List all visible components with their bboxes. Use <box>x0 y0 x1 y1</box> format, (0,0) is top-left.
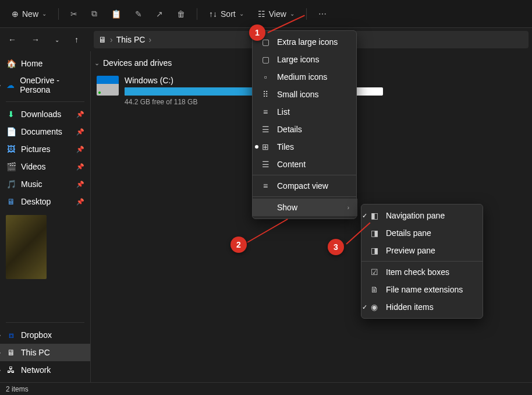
desktop-icon: 🖥 <box>6 196 16 207</box>
sidebar-item-onedrive[interactable]: › ☁ OneDrive - Persona <box>0 72 90 98</box>
show-item-check-boxes[interactable]: ☑Item check boxes <box>361 263 483 281</box>
show-details-pane[interactable]: ◨Details pane <box>361 224 483 242</box>
chevron-right-icon[interactable]: › <box>0 350 6 356</box>
sidebar-item-desktop[interactable]: 🖥 Desktop 📌 <box>0 193 90 210</box>
breadcrumb-location[interactable]: This PC <box>116 35 146 44</box>
monitor-icon: 🖥 <box>98 35 107 44</box>
sidebar-item-label: Documents <box>21 127 62 136</box>
sidebar-divider <box>6 101 84 102</box>
plus-circle-icon: ⊕ <box>12 9 19 19</box>
share-icon: ↗ <box>156 9 163 19</box>
menu-item-label: Large icons <box>277 55 319 64</box>
more-button[interactable]: ⋯ <box>313 6 332 22</box>
forward-button[interactable]: → <box>27 33 44 47</box>
menu-item-label: Item check boxes <box>386 267 449 277</box>
chevron-down-icon: ⌄ <box>239 10 244 17</box>
history-dropdown[interactable]: ⌄ <box>50 34 64 45</box>
cut-button[interactable]: ✂ <box>65 6 83 22</box>
chevron-right-icon[interactable]: › <box>0 367 6 373</box>
view-menu-compact-view[interactable]: ≡Compact view <box>253 177 357 195</box>
sidebar-item-label: OneDrive - Persona <box>20 76 84 94</box>
menu-item-label: Small icons <box>277 90 319 99</box>
view-menu-medium-icons[interactable]: ▫Medium icons <box>253 68 357 86</box>
menu-item-label: Content <box>277 160 306 169</box>
show-hidden-items[interactable]: ✓◉Hidden items <box>361 298 483 316</box>
toolbar: ⊕ New ⌄ ✂ ⧉ 📋 ✎ ↗ 🗑 ↑↓ Sort ⌄ ☷ View ⌄ ⋯ <box>0 0 532 28</box>
rename-icon: ✎ <box>135 9 142 19</box>
sidebar-item-documents[interactable]: 📄 Documents 📌 <box>0 123 90 140</box>
onedrive-icon: ☁ <box>6 80 15 90</box>
documents-icon: 📄 <box>6 126 16 137</box>
show-navigation-pane[interactable]: ✓◧Navigation pane <box>361 207 483 224</box>
downloads-icon: ⬇ <box>6 109 16 119</box>
view-menu-content[interactable]: ☰Content <box>253 156 357 173</box>
sidebar-item-downloads[interactable]: ⬇ Downloads 📌 <box>0 105 90 123</box>
paste-button[interactable]: 📋 <box>105 6 127 22</box>
rename-button[interactable]: ✎ <box>129 6 148 22</box>
sidebar-item-videos[interactable]: 🎬 Videos 📌 <box>0 158 90 175</box>
tiles-icon: ⊞ <box>261 142 270 151</box>
delete-button[interactable]: 🗑 <box>171 6 191 22</box>
toolbar-divider <box>306 8 307 20</box>
breadcrumb-separator: › <box>148 35 151 44</box>
medium-icons-icon: ▫ <box>261 72 270 82</box>
toolbar-divider <box>197 8 197 20</box>
sidebar: 🏠 Home › ☁ OneDrive - Persona ⬇ Download… <box>0 51 91 382</box>
menu-item-label: Show <box>277 203 297 212</box>
view-menu-extra-large-icons[interactable]: ▢Extra large icons <box>253 33 357 51</box>
chevron-right-icon[interactable]: › <box>0 332 6 338</box>
monitor-icon: 🖥 <box>6 347 16 358</box>
callout-2: 2 <box>230 237 247 253</box>
view-menu-details[interactable]: ☰Details <box>253 121 357 138</box>
view-menu-list[interactable]: ≡List <box>253 103 357 121</box>
menu-item-label: Details pane <box>386 228 431 238</box>
sidebar-item-home[interactable]: 🏠 Home <box>0 55 90 72</box>
sidebar-item-label: Dropbox <box>21 330 52 340</box>
view-icon: ☷ <box>258 9 265 19</box>
sidebar-item-label: Network <box>21 365 51 375</box>
sidebar-item-dropbox[interactable]: › ⧈ Dropbox <box>0 326 90 344</box>
sidebar-thumbnail[interactable] <box>6 215 47 279</box>
sidebar-item-label: Videos <box>21 162 46 171</box>
show-file-name-extensions[interactable]: 🗎File name extensions <box>361 281 483 298</box>
view-menu-show[interactable]: Show› <box>253 199 357 216</box>
back-button[interactable]: ← <box>3 33 21 47</box>
breadcrumb-separator: › <box>110 35 113 44</box>
sidebar-item-label: Desktop <box>21 197 51 206</box>
pin-icon: 📌 <box>76 128 84 136</box>
pin-icon: 📌 <box>76 111 84 118</box>
sidebar-item-music[interactable]: 🎵 Music 📌 <box>0 175 90 193</box>
sidebar-item-pictures[interactable]: 🖼 Pictures 📌 <box>0 140 90 158</box>
new-button[interactable]: ⊕ New ⌄ <box>6 6 52 22</box>
view-label: View <box>269 9 286 19</box>
view-menu: ▢Extra large icons ▢Large icons ▫Medium … <box>252 30 357 219</box>
network-icon: 🖧 <box>6 365 16 375</box>
menu-divider <box>361 261 483 262</box>
sidebar-item-thispc[interactable]: › 🖥 This PC <box>0 344 90 361</box>
sidebar-item-network[interactable]: › 🖧 Network <box>0 361 90 379</box>
navigation-pane-icon: ◧ <box>370 211 379 220</box>
sort-icon: ↑↓ <box>209 9 217 19</box>
sidebar-item-label: Music <box>21 179 42 189</box>
toolbar-divider <box>58 8 59 20</box>
preview-pane-icon: ◨ <box>370 246 379 255</box>
cut-icon: ✂ <box>70 9 77 19</box>
view-menu-tiles[interactable]: ⊞Tiles <box>253 138 357 156</box>
show-preview-pane[interactable]: ◨Preview pane <box>361 242 483 259</box>
copy-button[interactable]: ⧉ <box>86 5 103 22</box>
chevron-right-icon[interactable]: › <box>0 82 6 89</box>
callout-3: 3 <box>328 239 344 255</box>
details-icon: ☰ <box>261 125 270 134</box>
up-button[interactable]: ↑ <box>70 33 83 47</box>
copy-icon: ⧉ <box>91 9 97 19</box>
menu-item-label: Extra large icons <box>277 37 338 47</box>
radio-selected-icon <box>255 145 258 149</box>
pin-icon: 📌 <box>76 163 84 171</box>
sort-button[interactable]: ↑↓ Sort ⌄ <box>203 6 250 22</box>
details-pane-icon: ◨ <box>370 228 379 238</box>
sidebar-item-label: This PC <box>21 348 50 357</box>
view-menu-small-icons[interactable]: ⠿Small icons <box>253 86 357 103</box>
view-menu-large-icons[interactable]: ▢Large icons <box>253 51 357 68</box>
share-button[interactable]: ↗ <box>150 6 169 22</box>
sort-label: Sort <box>221 9 236 19</box>
